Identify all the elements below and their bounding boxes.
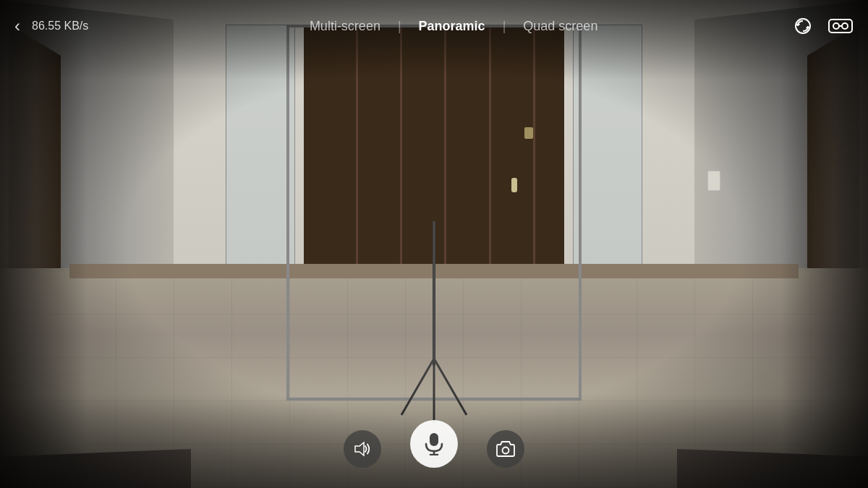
top-bar: ‹ 86.55 KB/s Multi-screen | Panoramic | … <box>0 0 868 80</box>
speed-indicator: 86.55 KB/s <box>32 20 88 33</box>
top-right-controls <box>790 13 854 39</box>
tab-quad-screen[interactable]: Quad screen <box>509 19 612 34</box>
bottom-controls <box>0 394 868 488</box>
tab-panoramic[interactable]: Panoramic <box>404 19 500 34</box>
separator-1: | <box>395 19 404 34</box>
svg-rect-6 <box>430 433 438 446</box>
back-button[interactable]: ‹ <box>14 16 20 36</box>
camera-view: ‹ 86.55 KB/s Multi-screen | Panoramic | … <box>0 0 868 488</box>
vr-mode-button[interactable] <box>827 13 854 39</box>
svg-point-9 <box>503 448 509 454</box>
microphone-button[interactable] <box>410 420 458 468</box>
svg-point-3 <box>842 23 848 29</box>
view-mode-tabs: Multi-screen | Panoramic | Quad screen <box>117 19 790 34</box>
svg-marker-5 <box>355 442 364 455</box>
svg-point-2 <box>833 23 839 29</box>
snapshot-button[interactable] <box>487 430 524 468</box>
sync-button[interactable] <box>790 13 816 39</box>
tab-multi-screen[interactable]: Multi-screen <box>295 19 395 34</box>
volume-button[interactable] <box>344 430 381 468</box>
separator-2: | <box>500 19 509 34</box>
